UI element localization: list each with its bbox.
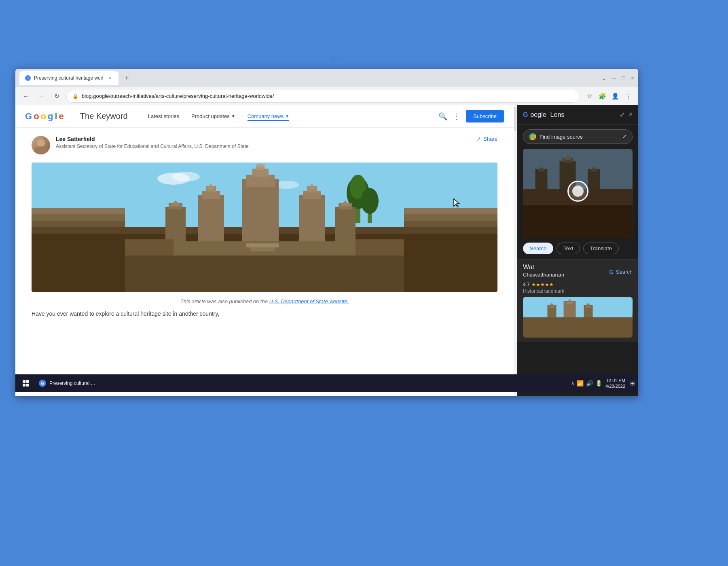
windows-logo-icon [23,380,29,386]
blue-bottom-bg [0,392,728,566]
blog-nav-actions: 🔍 ⋮ Subscribe [438,110,504,122]
cursor-dot [330,57,337,64]
search-icon[interactable]: 🔍 [438,112,447,121]
author-name: Lee Satterfield [56,136,249,142]
svg-rect-44 [588,169,600,189]
taskbar-chrome-favicon: G [39,380,46,387]
dropdown-arrow-icon: ▼ [231,114,235,118]
svg-rect-42 [535,169,548,189]
browser-tab[interactable]: G Preserving cultural heritage worl × [19,71,119,85]
svg-rect-26 [165,207,186,243]
lens-logo: G oogle Lens [523,111,564,118]
back-button[interactable]: ← [20,91,32,102]
subscribe-button[interactable]: Subscribe [466,110,504,122]
tray-icons: ∧ 📶 🔊 🔋 [571,380,602,386]
new-tab-button[interactable]: + [121,72,132,84]
taskbar-tab-label: Preserving cultural ... [49,380,95,386]
more-options-icon[interactable]: ⋮ [623,91,633,101]
scrollbar-thumb[interactable] [514,107,516,131]
lens-image-bg [523,149,633,238]
external-link-icon: ⤢ [622,134,626,139]
share-button[interactable]: ↗ Share [476,136,497,142]
lens-google-g: G [523,111,528,118]
nav-company-news[interactable]: Company news ▼ [248,112,290,121]
blog-content: Lee Satterfield Assistant Secretary of S… [15,128,514,326]
url-text: blog.google/outreach-initiatives/arts-cu… [82,93,574,99]
lens-search-button[interactable]: Search [523,243,553,254]
author-section: Lee Satterfield Assistant Secretary of S… [32,136,497,154]
address-bar-actions: ☆ 🧩 👤 ⋮ [584,91,633,101]
lens-translate-button[interactable]: Translate [583,243,619,254]
tray-chevron-icon[interactable]: ∧ [571,381,574,386]
system-clock[interactable]: 12:01 PM 4/28/2022 [605,378,625,389]
author-role: Assistant Secretary of State for Educati… [56,143,249,150]
svg-point-4 [171,172,200,182]
nav-latest-stories[interactable]: Latest stories [148,112,179,121]
svg-point-10 [361,188,379,214]
ssl-lock-icon: 🔒 [72,93,78,99]
tab-close-button[interactable]: × [106,75,113,81]
refresh-button[interactable]: ↻ [51,91,62,102]
browser-window: G Preserving cultural heritage worl × + … [15,69,638,396]
svg-rect-29 [335,207,356,243]
svg-rect-37 [254,251,271,256]
tray-volume-icon[interactable]: 🔊 [586,380,593,386]
author-avatar [32,136,50,154]
taskbar-browser-item[interactable]: G Preserving cultural ... [35,376,99,391]
tray-show-desktop-icon[interactable]: ⊞ [630,380,635,386]
address-bar: ← → ↻ 🔒 blog.google/outreach-initiatives… [15,87,638,105]
state-website-link[interactable]: U.S. Department of State website. [269,298,349,304]
tab-favicon: G [25,75,31,81]
lens-selection-circle [567,181,588,202]
bookmark-star-icon[interactable]: ☆ [584,91,595,101]
article-caption: This article was also published on the U… [32,298,497,304]
lens-header: G oogle Lens ⤢ × [517,105,638,125]
lens-actions: Search Text Translate [517,238,638,259]
google-g-letter: G [25,111,32,122]
extensions-puzzle-icon[interactable]: 🧩 [597,91,607,101]
blog-scrollbar[interactable] [514,105,517,396]
minimize-button[interactable]: ─ [612,75,616,81]
lens-result-name: Wat Chaiwatthanaram [523,264,564,280]
google-logo[interactable]: G o o g l e [25,111,64,122]
tray-battery-icon[interactable]: 🔋 [595,380,602,386]
more-options-icon[interactable]: ⋮ [453,112,460,121]
svg-rect-12 [125,256,404,292]
lens-google-search-button[interactable]: G Search [609,269,633,275]
blog-panel: G o o g l e The Keyword Latest stories P… [15,105,514,396]
maximize-button[interactable]: □ [622,75,625,81]
lens-word: Lens [550,111,565,118]
lens-result-type: Historical landmark [523,288,633,294]
start-button[interactable] [19,376,33,391]
svg-rect-35 [246,243,279,247]
nav-product-updates[interactable]: Product updates ▼ [191,112,235,121]
google-lens-panel: G oogle Lens ⤢ × 🔍 Find image source ⤢ [517,105,638,396]
close-window-button[interactable]: × [631,75,634,81]
tray-network-icon[interactable]: 📶 [577,380,584,386]
profile-avatar-icon[interactable]: 👤 [610,91,620,101]
content-area: G o o g l e The Keyword Latest stories P… [15,105,638,396]
svg-rect-49 [523,317,633,338]
svg-rect-47 [523,205,633,238]
lens-result: Wat Chaiwatthanaram G Search 4.7 ★★★★★ H… [517,259,638,342]
share-icon: ↗ [476,136,481,142]
dropdown-icon[interactable]: ⌄ [601,75,606,81]
svg-point-1 [34,146,47,154]
title-bar: G Preserving cultural heritage worl × + … [15,69,638,87]
find-image-source-button[interactable]: 🔍 Find image source ⤢ [523,129,633,144]
google-g-icon: G [609,269,614,275]
lens-external-link-icon[interactable]: ⤢ [620,111,625,118]
svg-rect-32 [125,239,174,256]
lens-text-button[interactable]: Text [557,243,580,254]
lens-result-header: Wat Chaiwatthanaram G Search [523,264,633,280]
forward-button[interactable]: → [36,91,47,102]
svg-rect-34 [356,239,404,256]
lens-close-icon[interactable]: × [629,111,633,118]
blog-nav: G o o g l e The Keyword Latest stories P… [15,105,514,128]
lens-rating: 4.7 ★★★★★ [523,282,633,287]
lens-title: oogle [530,111,546,118]
svg-point-0 [37,139,45,147]
svg-rect-13 [242,179,279,243]
blog-title: The Keyword [80,112,128,121]
url-bar[interactable]: 🔒 blog.google/outreach-initiatives/arts-… [66,90,580,103]
